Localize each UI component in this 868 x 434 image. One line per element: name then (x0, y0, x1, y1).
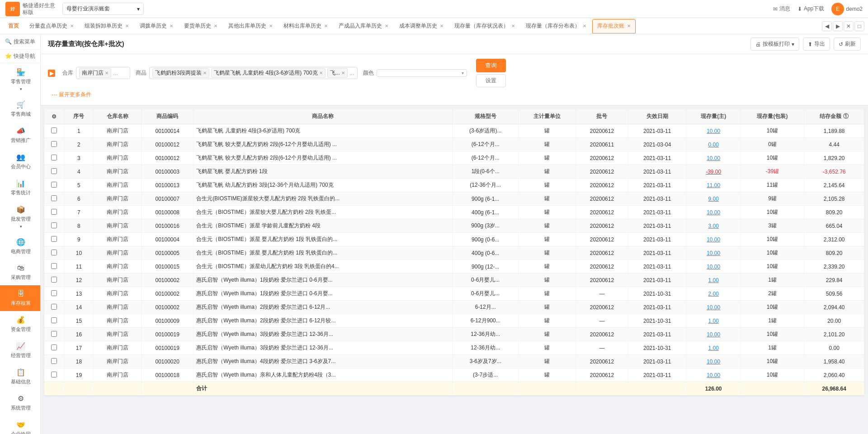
user-avatar-area[interactable]: E demo2 (831, 3, 863, 15)
tab-close-group[interactable]: ✕ (125, 24, 129, 28)
remove-goods-1[interactable]: ✕ (203, 71, 207, 75)
cell-stock-main[interactable]: 3.00 (686, 219, 741, 233)
cell-stock-main[interactable]: 1.00 (686, 274, 741, 287)
expand-filter-icon[interactable]: ▶ (48, 70, 55, 77)
cell-checkbox[interactable] (44, 206, 64, 219)
sidebar-item-retail-mall[interactable]: 🛒 零售商城 (0, 96, 40, 122)
tab-close-product-in[interactable]: ✕ (385, 24, 388, 28)
cell-stock-main[interactable]: 10.00 (686, 328, 741, 341)
cell-checkbox[interactable] (44, 165, 64, 179)
sidebar-search[interactable]: 🔍 搜索菜单 (0, 34, 40, 50)
remove-goods-3[interactable]: ✕ (341, 71, 345, 75)
app-download-btn[interactable]: ⬇ App下载 (797, 5, 824, 13)
goods-tag-2[interactable]: 飞鹤星飞帆 儿童奶粉 4段(3-6岁适用) 700克 ✕ (211, 68, 326, 78)
tab-other-out[interactable]: 其他出库单历史 ✕ (223, 19, 278, 33)
sidebar-item-marketing[interactable]: 📣 营销推广 (0, 122, 40, 148)
cell-checkbox[interactable] (44, 314, 64, 328)
tab-close-all[interactable]: ✕ (844, 21, 854, 31)
cell-stock-main[interactable]: 10.00 (686, 355, 741, 368)
tab-cost-adjust[interactable]: 成本调整单历史 ✕ (394, 19, 448, 33)
sidebar-item-basic-info[interactable]: 📋 基础信息 (0, 363, 40, 390)
cell-stock-main[interactable]: 9.00 (686, 192, 741, 206)
cell-stock-main[interactable]: 10.00 (686, 301, 741, 314)
color-tag-box[interactable]: ▾ (377, 69, 467, 77)
tab-close-request[interactable]: ✕ (214, 24, 217, 28)
cell-checkbox[interactable] (44, 287, 64, 301)
cell-checkbox[interactable] (44, 179, 64, 192)
tab-close-other-out[interactable]: ✕ (269, 24, 273, 28)
cell-checkbox[interactable] (44, 124, 64, 138)
cell-checkbox[interactable] (44, 355, 64, 368)
cell-checkbox[interactable] (44, 328, 64, 341)
cell-checkbox[interactable] (44, 192, 64, 206)
remove-warehouse-nanan[interactable]: ✕ (105, 71, 108, 75)
goods-tag-box[interactable]: 飞鹤奶粉3段两提装 ✕ 飞鹤星飞帆 儿童奶粉 4段(3-6岁适用) 700克 ✕… (149, 67, 358, 79)
tab-close-split[interactable]: ✕ (70, 24, 74, 28)
cell-stock-main[interactable]: 10.00 (686, 206, 741, 219)
cell-stock-main[interactable]: 0.00 (686, 138, 741, 151)
cell-checkbox[interactable] (44, 260, 64, 274)
sidebar-item-ecommerce[interactable]: 🌐 电商管理 (0, 233, 40, 259)
tab-next-arrow[interactable]: ▶ (833, 21, 843, 31)
cell-stock-main[interactable]: 11.00 (686, 179, 741, 192)
tab-close-batch-account[interactable]: ✕ (627, 24, 631, 28)
tab-close-stock-status[interactable]: ✕ (511, 24, 515, 28)
sidebar-item-system[interactable]: ⚙ 系统管理 (0, 390, 40, 416)
message-btn[interactable]: ✉ 消息 (773, 5, 790, 13)
tab-stock-dist[interactable]: 现存量（库存分布表） ✕ (521, 19, 591, 33)
remove-goods-2[interactable]: ✕ (319, 71, 323, 75)
industry-select[interactable]: 母婴行业演示账套 ▾ (62, 3, 144, 15)
tab-split-history[interactable]: 分量盘点单历史 ✕ (24, 19, 79, 33)
cell-stock-main[interactable]: 10.00 (686, 124, 741, 138)
goods-tag-1[interactable]: 飞鹤奶粉3段两提装 ✕ (152, 68, 209, 78)
cell-checkbox[interactable] (44, 138, 64, 151)
tab-home[interactable]: 首页 (4, 19, 24, 33)
goods-tag-3[interactable]: 飞... ✕ (327, 68, 348, 78)
refresh-button[interactable]: ↺ 刷新 (834, 38, 861, 51)
sidebar-item-inventory[interactable]: 🗄 库存核算 (0, 285, 40, 311)
warehouse-tag-box[interactable]: 南岸门店 ✕ ... (76, 67, 130, 79)
settings-button[interactable]: 设置 (476, 74, 506, 87)
tab-close-cost-adjust[interactable]: ✕ (440, 24, 443, 28)
sidebar-quick-nav[interactable]: ⭐ 快捷导航 (0, 50, 40, 63)
tab-transfer[interactable]: 调拨单历史 ✕ (135, 19, 178, 33)
tab-maximize[interactable]: □ (854, 21, 864, 31)
sidebar-item-member[interactable]: 👥 会员中心 (0, 148, 40, 175)
cell-checkbox[interactable] (44, 368, 64, 382)
cell-stock-main[interactable]: 1.00 (686, 314, 741, 328)
cell-stock-main[interactable]: 2.00 (686, 287, 741, 301)
tab-prev-arrow[interactable]: ◀ (822, 21, 832, 31)
tab-close-material-out[interactable]: ✕ (324, 24, 328, 28)
cell-stock-main[interactable]: 10.00 (686, 246, 741, 260)
export-button[interactable]: ⬆ 导出 (803, 38, 830, 51)
sidebar-item-enterprise[interactable]: 🤝 企业协同 (0, 416, 40, 434)
cell-stock-main[interactable]: 1.00 (686, 341, 741, 355)
tab-close-transfer[interactable]: ✕ (170, 24, 173, 28)
sidebar-item-purchase[interactable]: 🛍 采购管理 (0, 259, 40, 285)
sidebar-item-wholesale[interactable]: 📦 批发管理 ▾ (0, 201, 40, 233)
cell-checkbox[interactable] (44, 151, 64, 165)
warehouse-tag-nanan[interactable]: 南岸门店 ✕ (79, 68, 111, 78)
tab-batch-account[interactable]: 库存批次账 ✕ (592, 19, 636, 33)
tab-group-unpack[interactable]: 组装拆卸单历史 ✕ (80, 19, 134, 33)
cell-checkbox[interactable] (44, 233, 64, 246)
cell-checkbox[interactable] (44, 341, 64, 355)
tab-stock-status[interactable]: 现存量（库存状况表） ✕ (449, 19, 520, 33)
cell-stock-main[interactable]: 10.00 (686, 151, 741, 165)
tab-material-out[interactable]: 材料出库单历史 ✕ (278, 19, 333, 33)
query-button[interactable]: 查询 (476, 59, 506, 72)
print-button[interactable]: 🖨 按模板打印 ▾ (750, 38, 799, 51)
tab-close-stock-dist[interactable]: ✕ (583, 24, 586, 28)
cell-checkbox[interactable] (44, 219, 64, 233)
sidebar-item-operations[interactable]: 📈 经营管理 (0, 337, 40, 363)
sidebar-item-finance[interactable]: 💰 资金管理 (0, 311, 40, 337)
cell-stock-main[interactable]: 10.00 (686, 368, 741, 382)
tab-product-in[interactable]: 产成品入库单历史 ✕ (334, 19, 393, 33)
sidebar-item-retail-stats[interactable]: 📊 零售统计 (0, 175, 40, 201)
cell-checkbox[interactable] (44, 301, 64, 314)
tab-request[interactable]: 要货单历史 ✕ (179, 19, 222, 33)
cell-stock-main[interactable]: -39.00 (686, 165, 741, 179)
sidebar-item-retail-mgmt[interactable]: 🏪 零售管理 ▾ (0, 63, 40, 96)
cell-stock-main[interactable]: 10.00 (686, 260, 741, 274)
cell-checkbox[interactable] (44, 274, 64, 287)
